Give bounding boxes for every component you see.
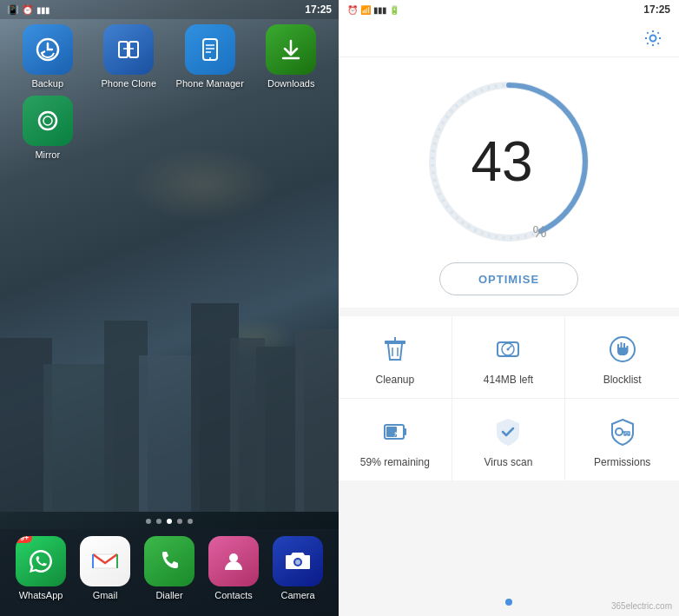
blocklist-icon bbox=[605, 332, 640, 367]
watermark: 365electric.com bbox=[611, 601, 672, 611]
alarm-icon-l: ⏰ bbox=[22, 4, 34, 16]
score-value: 43 bbox=[471, 134, 532, 189]
downloads-icon bbox=[266, 24, 316, 75]
signal-icon-l: ▮▮▮ bbox=[36, 5, 49, 15]
camera-icon bbox=[273, 536, 323, 586]
optimise-button[interactable]: OPTIMISE bbox=[439, 262, 578, 295]
permissions-icon bbox=[605, 414, 640, 449]
dock-dialler[interactable]: Dialler bbox=[144, 536, 194, 600]
status-bar-left: 📳 ⏰ ▮▮▮ 17:25 bbox=[0, 0, 339, 19]
virus-scan-label: Virus scan bbox=[485, 456, 533, 468]
status-bar-right: ⏰ 📶 ▮▮▮ 🔋 17:25 bbox=[339, 0, 679, 19]
badge-whatsapp: 99+ bbox=[16, 536, 32, 543]
score-percent: % bbox=[533, 223, 547, 242]
manager-header bbox=[339, 19, 679, 57]
blocklist-feature[interactable]: Blocklist bbox=[565, 316, 679, 399]
time-display-right: 17:25 bbox=[643, 3, 670, 16]
contacts-icon bbox=[208, 536, 259, 586]
settings-button[interactable] bbox=[641, 26, 665, 50]
svg-rect-28 bbox=[404, 428, 406, 435]
dock-contacts[interactable]: Contacts bbox=[208, 536, 259, 600]
downloads-label: Downloads bbox=[267, 78, 314, 89]
cleanup-feature[interactable]: Cleanup bbox=[339, 316, 452, 399]
app-phone-clone[interactable]: Phone Clone bbox=[90, 24, 168, 89]
feature-grid: Cleanup 414MB left bbox=[339, 316, 679, 480]
score-display: 43 % bbox=[422, 75, 596, 248]
svg-rect-3 bbox=[203, 39, 217, 60]
page-dot-4[interactable] bbox=[177, 519, 182, 524]
storage-feature[interactable]: 414MB left bbox=[452, 316, 566, 399]
storage-icon bbox=[491, 332, 525, 367]
mirror-icon bbox=[23, 96, 73, 146]
dock-gmail[interactable]: Gmail bbox=[80, 536, 130, 600]
backup-label: Backup bbox=[31, 78, 63, 89]
signal-icon-r: ▮▮▮ bbox=[373, 5, 386, 15]
right-status-icons: ⏰ 📶 ▮▮▮ 🔋 bbox=[347, 5, 399, 15]
svg-rect-19 bbox=[385, 341, 405, 344]
phone-manager-icon bbox=[185, 24, 235, 75]
battery-feature-icon bbox=[378, 414, 412, 449]
app-phone-manager[interactable]: Phone Manager bbox=[171, 24, 249, 89]
phone-clone-icon bbox=[103, 24, 154, 75]
gmail-label: Gmail bbox=[93, 590, 118, 600]
blocklist-label: Blocklist bbox=[603, 374, 642, 386]
mirror-label: Mirror bbox=[35, 149, 60, 160]
dialler-label: Dialler bbox=[155, 590, 182, 600]
whatsapp-icon: 99+ bbox=[16, 536, 66, 586]
wifi-icon-r: 📶 bbox=[360, 5, 371, 15]
svg-rect-2 bbox=[129, 42, 138, 57]
time-display-left: 17:25 bbox=[305, 3, 332, 16]
phone-clone-label: Phone Clone bbox=[101, 78, 156, 89]
contacts-label: Contacts bbox=[214, 590, 252, 600]
svg-point-25 bbox=[507, 348, 510, 351]
permissions-label: Permissions bbox=[594, 456, 650, 468]
svg-point-11 bbox=[229, 553, 238, 562]
svg-point-30 bbox=[616, 428, 623, 435]
gmail-icon bbox=[80, 536, 130, 586]
city-buildings bbox=[0, 251, 339, 512]
page-dot-1[interactable] bbox=[146, 519, 151, 524]
svg-point-14 bbox=[650, 35, 656, 41]
status-icons-left: 📳 ⏰ ▮▮▮ bbox=[7, 4, 49, 16]
home-screen: 📳 ⏰ ▮▮▮ 17:25 Backup bbox=[0, 0, 339, 616]
backup-icon bbox=[23, 24, 73, 75]
svg-rect-1 bbox=[119, 42, 128, 57]
svg-point-9 bbox=[39, 112, 56, 129]
alarm-icon-r: ⏰ bbox=[347, 5, 358, 15]
permissions-feature[interactable]: Permissions bbox=[565, 399, 679, 480]
score-circle: 43 % bbox=[422, 75, 596, 248]
battery-icon-r: 🔋 bbox=[389, 5, 399, 15]
svg-point-13 bbox=[295, 560, 300, 565]
virus-scan-feature[interactable]: Virus scan bbox=[452, 399, 566, 480]
camera-label: Camera bbox=[280, 590, 314, 600]
page-dot-3[interactable] bbox=[167, 519, 172, 524]
battery-feature[interactable]: 59% remaining bbox=[339, 399, 452, 480]
whatsapp-label: WhatsApp bbox=[19, 590, 63, 600]
dock-whatsapp[interactable]: 99+ WhatsApp bbox=[16, 536, 66, 600]
battery-label: 59% remaining bbox=[360, 456, 430, 468]
page-indicator bbox=[146, 519, 193, 524]
dock: 99+ WhatsApp Gmail bbox=[0, 529, 339, 616]
virus-scan-icon bbox=[491, 414, 525, 449]
svg-point-7 bbox=[209, 57, 211, 59]
score-section: 43 % OPTIMISE bbox=[339, 57, 679, 308]
app-backup[interactable]: Backup bbox=[9, 24, 87, 89]
app-downloads[interactable]: Downloads bbox=[253, 24, 331, 89]
storage-label: 414MB left bbox=[484, 374, 533, 386]
indicator-dot-active[interactable] bbox=[505, 599, 512, 606]
svg-point-10 bbox=[43, 116, 52, 125]
phone-manager-label: Phone Manager bbox=[176, 78, 244, 89]
app-mirror[interactable]: Mirror bbox=[9, 96, 87, 160]
dock-camera[interactable]: Camera bbox=[273, 536, 323, 600]
app-grid: Backup Phone Clone bbox=[9, 24, 330, 160]
phone-manager-panel: ⏰ 📶 ▮▮▮ 🔋 17:25 bbox=[339, 0, 679, 616]
cleanup-icon bbox=[378, 332, 412, 367]
notif-icon: 📳 bbox=[7, 4, 19, 16]
page-dot-2[interactable] bbox=[156, 519, 162, 524]
dialler-icon bbox=[144, 536, 194, 586]
page-dot-5[interactable] bbox=[188, 519, 193, 524]
cleanup-label: Cleanup bbox=[375, 374, 414, 386]
